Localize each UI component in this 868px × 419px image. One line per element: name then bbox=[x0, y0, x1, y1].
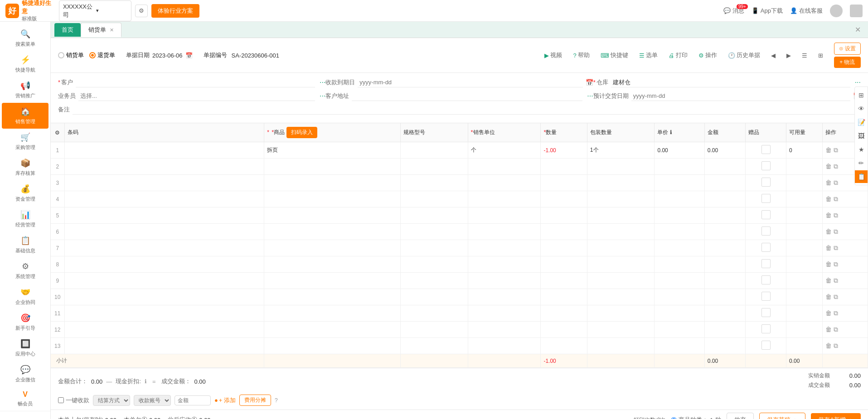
sidebar-item-basic[interactable]: 📋 基础信息 bbox=[2, 232, 48, 258]
avatar[interactable] bbox=[830, 5, 843, 17]
row-gift-1[interactable] bbox=[745, 142, 786, 159]
row-product-3[interactable] bbox=[264, 175, 401, 191]
row-product-4[interactable] bbox=[264, 191, 401, 207]
sidebar-item-enterprise[interactable]: 🤝 企业协同 bbox=[2, 284, 48, 309]
online-service-button[interactable]: 👤 在线客服 bbox=[790, 7, 823, 15]
delete-row-icon-4[interactable]: 🗑 bbox=[825, 195, 832, 203]
row-gift-7[interactable] bbox=[745, 240, 786, 256]
row-quantity-10[interactable] bbox=[541, 289, 587, 305]
row-gift-11[interactable] bbox=[745, 305, 786, 322]
row-gift-4[interactable] bbox=[745, 191, 786, 207]
row-quantity-1[interactable]: -1.00 bbox=[541, 142, 587, 159]
right-tool-edit[interactable]: ✏ bbox=[855, 157, 868, 169]
row-spec-12[interactable] bbox=[400, 322, 468, 338]
one-click-checkbox[interactable] bbox=[58, 397, 64, 403]
settlement-method-select[interactable]: 结算方式 bbox=[93, 395, 130, 406]
row-barcode-9[interactable] bbox=[64, 273, 264, 289]
sidebar-item-appstore[interactable]: 🔲 应用中心 bbox=[2, 335, 48, 361]
row-unit-price-7[interactable] bbox=[655, 240, 704, 256]
row-spec-13[interactable] bbox=[400, 338, 468, 354]
row-spec-7[interactable] bbox=[400, 240, 468, 256]
copy-row-icon-6[interactable]: ⧉ bbox=[834, 228, 838, 236]
nav-prev-btn[interactable]: ◀ bbox=[767, 51, 779, 60]
help-btn[interactable]: ? 帮助 bbox=[569, 50, 593, 61]
tab-home[interactable]: 首页 bbox=[54, 23, 81, 37]
warehouse-input[interactable] bbox=[611, 77, 850, 87]
select-btn[interactable]: ☰ 选单 bbox=[635, 50, 661, 61]
gift-checkbox-3[interactable] bbox=[761, 178, 771, 187]
payment-calendar-icon[interactable]: 📅 bbox=[586, 79, 593, 86]
row-spec-8[interactable] bbox=[400, 256, 468, 273]
copy-row-icon-1[interactable]: ⧉ bbox=[834, 146, 838, 154]
right-tool-expand[interactable]: ⊞ bbox=[855, 89, 868, 101]
row-unit-price-13[interactable] bbox=[655, 338, 704, 354]
row-product-6[interactable] bbox=[264, 224, 401, 240]
sidebar-item-newbie[interactable]: 🎯 新手引导 bbox=[2, 309, 48, 335]
row-unit-price-2[interactable] bbox=[655, 159, 704, 175]
row-product-8[interactable] bbox=[264, 256, 401, 273]
row-product-1[interactable]: 拆页 bbox=[264, 142, 401, 159]
copy-row-icon-5[interactable]: ⧉ bbox=[834, 212, 838, 219]
row-gift-9[interactable] bbox=[745, 273, 786, 289]
sidebar-item-quick-nav[interactable]: ⚡ 快捷导航 bbox=[2, 51, 48, 77]
company-selector[interactable]: XXXXXX公司 ▾ bbox=[59, 0, 131, 21]
settings-icon[interactable]: ⚙ bbox=[135, 5, 148, 17]
row-product-13[interactable] bbox=[264, 338, 401, 354]
row-unit-price-9[interactable] bbox=[655, 273, 704, 289]
gift-checkbox-10[interactable] bbox=[761, 292, 771, 301]
gift-checkbox-13[interactable] bbox=[761, 341, 771, 350]
settings-button[interactable]: ⊙ 设置 bbox=[834, 43, 861, 55]
row-gift-12[interactable] bbox=[745, 322, 786, 338]
row-product-11[interactable] bbox=[264, 305, 401, 322]
copy-row-icon-2[interactable]: ⧉ bbox=[834, 163, 838, 170]
add-payment-btn[interactable]: ● + 添加 bbox=[214, 396, 236, 405]
row-unit-price-5[interactable] bbox=[655, 207, 704, 224]
row-quantity-8[interactable] bbox=[541, 256, 587, 273]
history-btn[interactable]: 🕐 历史单据 bbox=[724, 50, 764, 61]
row-product-12[interactable] bbox=[264, 322, 401, 338]
save-draft-button[interactable]: 保存草稿 ▲ bbox=[759, 413, 806, 419]
delete-row-icon-9[interactable]: 🗑 bbox=[825, 277, 832, 284]
tab-sales-order[interactable]: 销货单 ✕ bbox=[81, 23, 121, 37]
copy-row-icon-10[interactable]: ⧉ bbox=[834, 293, 838, 301]
sidebar-item-member[interactable]: V 畅会员 bbox=[2, 387, 48, 411]
calendar-icon[interactable]: 📅 bbox=[185, 52, 193, 59]
payment-amount-input[interactable] bbox=[175, 395, 211, 405]
right-tool-star[interactable]: ★ bbox=[855, 143, 868, 156]
delete-row-icon-3[interactable]: 🗑 bbox=[825, 179, 832, 187]
radio-return[interactable]: 退货单 bbox=[89, 51, 115, 59]
row-product-10[interactable] bbox=[264, 289, 401, 305]
delete-row-icon-10[interactable]: 🗑 bbox=[825, 293, 832, 301]
salesperson-dots[interactable]: ··· bbox=[320, 92, 325, 100]
delete-row-icon-2[interactable]: 🗑 bbox=[825, 163, 832, 170]
row-spec-10[interactable] bbox=[400, 289, 468, 305]
customer-addr-dots[interactable]: ··· bbox=[587, 92, 593, 100]
trial-button[interactable]: 体验行业方案 bbox=[151, 4, 199, 18]
radio-sales[interactable]: 销货单 bbox=[58, 51, 84, 59]
payment-due-input[interactable] bbox=[358, 77, 582, 87]
nav-next-btn[interactable]: ▶ bbox=[783, 51, 795, 60]
sidebar-item-business[interactable]: 📊 经营管理 bbox=[2, 206, 48, 232]
grid-view-btn[interactable]: ⊞ bbox=[815, 51, 827, 60]
row-spec-11[interactable] bbox=[400, 305, 468, 322]
row-gift-3[interactable] bbox=[745, 175, 786, 191]
right-tool-orange[interactable]: 📋 bbox=[855, 170, 868, 183]
logistics-button[interactable]: + 物流 bbox=[834, 57, 861, 68]
copy-row-icon-9[interactable]: ⧉ bbox=[834, 277, 838, 284]
fee-split-btn[interactable]: 费用分摊 bbox=[239, 395, 271, 406]
customer-addr-input[interactable] bbox=[352, 91, 582, 101]
sidebar-item-purchase[interactable]: 🛒 采购管理 bbox=[2, 129, 48, 154]
gift-checkbox-8[interactable] bbox=[761, 259, 771, 268]
row-spec-1[interactable] bbox=[400, 142, 468, 159]
row-quantity-5[interactable] bbox=[541, 207, 587, 224]
expected-delivery-input[interactable] bbox=[631, 91, 850, 101]
gift-checkbox-6[interactable] bbox=[761, 226, 771, 236]
row-quantity-11[interactable] bbox=[541, 305, 587, 322]
row-product-9[interactable] bbox=[264, 273, 401, 289]
delete-row-icon-12[interactable]: 🗑 bbox=[825, 326, 832, 333]
row-spec-5[interactable] bbox=[400, 207, 468, 224]
row-barcode-1[interactable] bbox=[64, 142, 264, 159]
row-spec-4[interactable] bbox=[400, 191, 468, 207]
row-quantity-3[interactable] bbox=[541, 175, 587, 191]
row-barcode-2[interactable] bbox=[64, 159, 264, 175]
